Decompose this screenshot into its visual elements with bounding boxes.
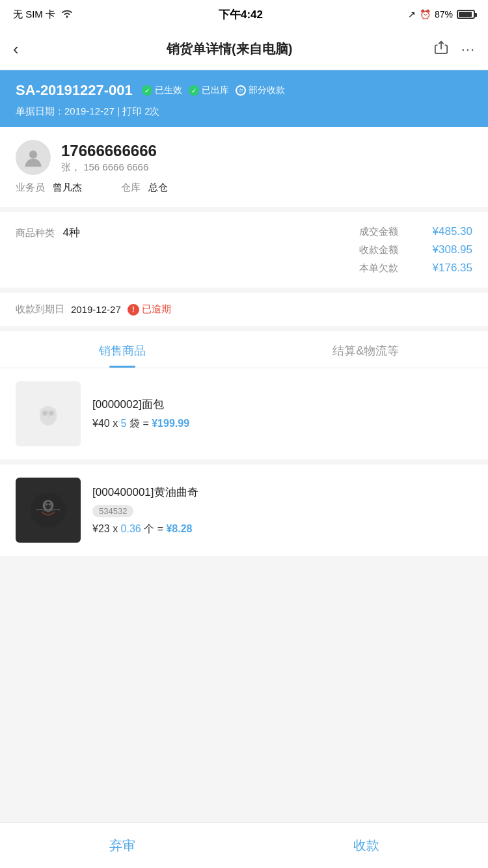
print-label: | 打印 (117, 105, 144, 116)
svg-text:鱼+: 鱼+ (45, 422, 50, 426)
category-count: 4种 (62, 226, 79, 239)
category-label: 商品种类 (16, 227, 55, 238)
product-thumbnail-2 (16, 478, 81, 543)
order-header: SA-20191227-001 ✓ 已生效 ✓ 已出库 ⏱ 部分收款 单据日期：… (0, 70, 488, 127)
badge-effective-text: 已生效 (155, 85, 182, 96)
product-sku-2: 534532 (92, 505, 133, 517)
product-price-1: ¥40 x 5 袋 = ¥199.99 (92, 417, 472, 431)
product-name-1: [0000002]面包 (92, 397, 472, 412)
price-value-2: ¥23 (92, 523, 110, 534)
share-icon[interactable] (434, 40, 448, 58)
overdue-text: 已逾期 (142, 303, 171, 316)
badge-effective: ✓ 已生效 (142, 85, 182, 96)
tab-settlement[interactable]: 结算&物流等 (244, 331, 488, 368)
due-label: 收款到期日 (16, 303, 64, 316)
total-value-2: ¥8.28 (166, 523, 192, 534)
price-value-1: ¥40 (92, 418, 110, 429)
battery-percent: 87% (435, 9, 453, 20)
badge-shipped: ✓ 已出库 (189, 85, 229, 96)
total-value-1: ¥199.99 (152, 418, 189, 429)
status-right: ↗ ⏰ 87% (408, 9, 475, 20)
overdue-icon: ! (128, 304, 139, 316)
svg-point-5 (44, 411, 47, 414)
alarm-icon: ⏰ (420, 9, 431, 20)
svg-point-0 (66, 16, 68, 18)
tabs-container: 销售商品 结算&物流等 (0, 331, 488, 368)
multiply-2: x (113, 523, 120, 534)
tab-sales-label: 销售商品 (99, 344, 146, 357)
product-price-2: ¥23 x 0.36 个 = ¥8.28 (92, 522, 472, 536)
product-name-2: [000400001]黄油曲奇 (92, 485, 472, 500)
cancel-label: 弃审 (109, 837, 135, 854)
equals-1: = (142, 418, 152, 429)
back-button[interactable]: ‹ (7, 33, 25, 66)
page-title: 销货单详情(来自电脑) (167, 40, 292, 58)
customer-contact: 张， 156 6666 6666 (61, 161, 157, 174)
warehouse-info: 仓库 总仓 (121, 182, 168, 194)
nav-bar: ‹ 销货单详情(来自电脑) ··· (0, 29, 488, 70)
due-section: 收款到期日 2019-12-27 ! 已逾期 (0, 293, 488, 331)
badge-partial: ⏱ 部分收款 (236, 85, 285, 96)
order-date-row: 单据日期：2019-12-27 | 打印 2次 (16, 105, 472, 118)
deal-label: 成交金额 (359, 226, 398, 238)
list-item: 鱼+ [0000002]面包 ¥40 x 5 袋 = ¥199.99 (0, 368, 488, 459)
staff-info: 业务员 曾凡杰 (16, 182, 82, 194)
avatar (16, 140, 51, 175)
debt-label: 本单欠款 (359, 262, 398, 275)
customer-phone-sub: 156 6666 6666 (83, 161, 148, 172)
products-list: 鱼+ [0000002]面包 ¥40 x 5 袋 = ¥199.99 (0, 368, 488, 613)
debt-amount-row: 本单欠款 ¥176.35 (359, 262, 472, 275)
cancel-button[interactable]: 弃审 (0, 823, 244, 868)
unit-1: 袋 (129, 418, 140, 429)
print-unit: 次 (150, 105, 159, 116)
tab-sales-products[interactable]: 销售商品 (0, 331, 244, 368)
battery-icon (457, 10, 475, 19)
qty-value-1: 5 (121, 418, 127, 429)
receive-amount: ¥308.95 (414, 243, 472, 256)
badge-shipped-text: 已出库 (202, 85, 229, 96)
status-bar: 无 SIM 卡 下午4:42 ↗ ⏰ 87% (0, 0, 488, 29)
deal-amount: ¥485.30 (414, 225, 472, 238)
customer-section: 17666666666 张， 156 6666 6666 业务员 曾凡杰 仓库 … (0, 127, 488, 212)
carrier-text: 无 SIM 卡 (13, 8, 55, 21)
summary-section: 商品种类 4种 成交金额 ¥485.30 收款金额 ¥308.95 本单欠款 ¥… (0, 212, 488, 293)
receive-amount-row: 收款金额 ¥308.95 (359, 243, 472, 256)
confirm-button[interactable]: 收款 (244, 823, 488, 868)
due-date-value: 2019-12-27 (71, 304, 121, 315)
more-icon[interactable]: ··· (461, 41, 475, 58)
customer-phone: 17666666666 (61, 142, 157, 160)
multiply-1: x (113, 418, 120, 429)
svg-point-14 (46, 503, 48, 506)
product-thumbnail-1: 鱼+ (16, 381, 81, 446)
bottom-bar: 弃审 收款 (0, 822, 488, 868)
qty-value-2: 0.36 (121, 523, 141, 534)
debt-amount: ¥176.35 (414, 262, 472, 275)
warehouse-name: 总仓 (148, 182, 168, 194)
location-icon: ↗ (408, 9, 416, 20)
svg-point-1 (29, 150, 37, 158)
check-icon-2: ✓ (189, 85, 199, 96)
unit-2: 个 (144, 523, 154, 534)
order-date-value: 2019-12-27 (64, 105, 115, 116)
status-badges: ✓ 已生效 ✓ 已出库 ⏱ 部分收款 (142, 85, 285, 96)
deal-amount-row: 成交金额 ¥485.30 (359, 225, 472, 238)
customer-name-text: 张， (61, 161, 81, 172)
svg-point-6 (49, 411, 53, 414)
staff-label: 业务员 (16, 182, 45, 194)
status-left: 无 SIM 卡 (13, 8, 74, 21)
list-item: [000400001]黄油曲奇 534532 ¥23 x 0.36 个 = ¥8… (0, 465, 488, 556)
product-info-2: [000400001]黄油曲奇 534532 ¥23 x 0.36 个 = ¥8… (92, 485, 472, 536)
receive-label: 收款金额 (359, 244, 398, 256)
staff-name: 曾凡杰 (53, 182, 82, 194)
date-label: 单据日期： (16, 105, 64, 116)
clock-icon: ⏱ (236, 85, 246, 96)
warehouse-label: 仓库 (121, 182, 141, 194)
badge-partial-text: 部分收款 (249, 85, 285, 96)
tab-settlement-label: 结算&物流等 (332, 344, 399, 357)
check-icon-1: ✓ (142, 85, 152, 96)
svg-point-13 (45, 502, 51, 509)
confirm-label: 收款 (353, 837, 379, 854)
category-info: 商品种类 4种 (16, 225, 80, 240)
wifi-icon (61, 8, 74, 20)
amount-info: 成交金额 ¥485.30 收款金额 ¥308.95 本单欠款 ¥176.35 (359, 225, 472, 275)
